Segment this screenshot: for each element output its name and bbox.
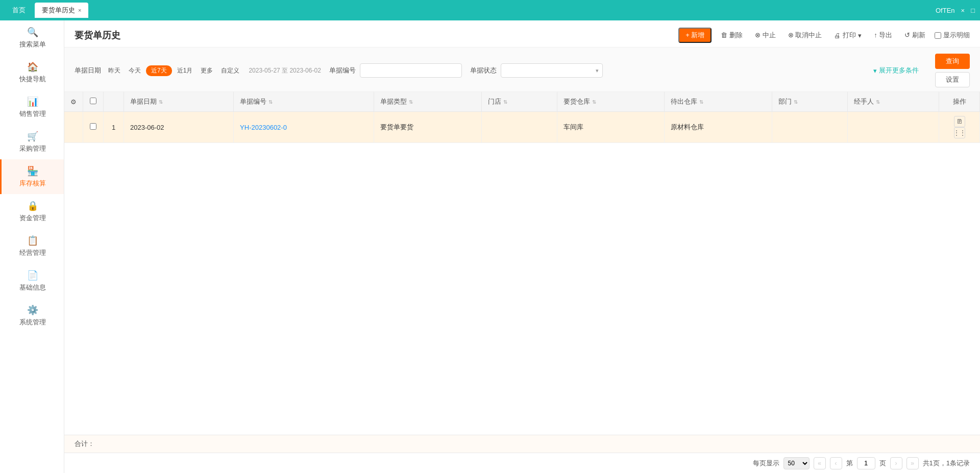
row-more-icon[interactable]: ⋮⋮ xyxy=(954,127,965,138)
content-area: 要货单历史 + 新增 🗑 删除 ⊗ 中止 ⊗ 取消中止 🖨 打印 ▾ ↑ 导出 … xyxy=(64,20,980,473)
col-num xyxy=(104,92,124,112)
basic-info-icon: 📄 xyxy=(27,270,38,281)
row-checkbox xyxy=(83,112,104,143)
row-date: 2023-06-02 xyxy=(124,112,234,143)
display-detail-checkbox[interactable] xyxy=(935,32,941,39)
inventory-calc-icon: 🏪 xyxy=(27,165,38,177)
date-filter-label: 单据日期 xyxy=(75,66,101,75)
col-type[interactable]: 单据类型⇅ xyxy=(374,92,482,112)
date-shortcut-today[interactable]: 今天 xyxy=(126,65,144,76)
stop-button[interactable]: ⊗ 中止 xyxy=(752,30,779,41)
refresh-button[interactable]: ↺ 刷新 xyxy=(901,30,928,41)
sidebar: 🔍 搜索菜单 🏠 快捷导航 📊 销售管理 🛒 采购管理 🏪 库存核算 🔒 资金管… xyxy=(0,20,64,473)
date-shortcut-more[interactable]: 更多 xyxy=(198,65,216,76)
print-icon: 🖨 xyxy=(834,32,841,39)
status-select[interactable] xyxy=(501,63,603,78)
row-dept xyxy=(772,112,848,143)
date-shortcuts: 昨天 今天 近7天 近1月 更多 自定义 xyxy=(105,65,242,76)
date-shortcut-1month[interactable]: 近1月 xyxy=(174,65,196,76)
status-label: 单据状态 xyxy=(470,66,497,75)
nav-minimize-btn[interactable]: □ xyxy=(971,7,975,14)
date-shortcut-7days[interactable]: 近7天 xyxy=(146,65,172,76)
row-num: 1 xyxy=(104,112,124,143)
sidebar-label-sales-mgmt: 销售管理 xyxy=(19,109,46,119)
sidebar-item-sales-mgmt[interactable]: 📊 销售管理 xyxy=(0,90,64,125)
display-detail-label: 显示明细 xyxy=(943,31,970,40)
row-view-icon[interactable]: 🖹 xyxy=(954,116,965,127)
sidebar-item-inventory-calc[interactable]: 🏪 库存核算 xyxy=(0,159,64,194)
print-label: 打印 xyxy=(843,31,856,40)
table-footer: 合计： xyxy=(64,435,980,453)
per-page-select[interactable]: 50 20 100 200 xyxy=(783,457,810,469)
last-page-btn[interactable]: » xyxy=(906,457,919,469)
date-shortcut-custom[interactable]: 自定义 xyxy=(218,65,242,76)
toolbar: + 新增 🗑 删除 ⊗ 中止 ⊗ 取消中止 🖨 打印 ▾ ↑ 导出 ↺ 刷新 显… xyxy=(678,28,970,43)
order-no-input[interactable] xyxy=(360,63,462,78)
filter-settings-button[interactable]: 设置 xyxy=(935,72,970,87)
col-dept[interactable]: 部门⇅ xyxy=(772,92,848,112)
delete-button[interactable]: 🗑 删除 xyxy=(718,30,746,41)
col-req-warehouse[interactable]: 要货仓库⇅ xyxy=(557,92,664,112)
sidebar-label-basic-info: 基础信息 xyxy=(19,283,46,292)
action-buttons: 查询 设置 xyxy=(935,54,970,87)
sidebar-item-quick-nav[interactable]: 🏠 快捷导航 xyxy=(0,55,64,90)
row-type: 要货单要货 xyxy=(374,112,482,143)
sidebar-label-system-mgmt: 系统管理 xyxy=(19,318,46,327)
sidebar-label-purchase-mgmt: 采购管理 xyxy=(19,144,46,153)
date-shortcut-yesterday[interactable]: 昨天 xyxy=(105,65,124,76)
table-container: ⚙ 单据日期⇅ 单据编号⇅ 单据类型⇅ 门店⇅ 要货仓库⇅ 待出仓库⇅ 部门⇅ … xyxy=(64,92,980,435)
top-nav-right: OfTEn × □ xyxy=(936,7,975,14)
sidebar-item-search-menu[interactable]: 🔍 搜索菜单 xyxy=(0,20,64,55)
sidebar-label-search-menu: 搜索菜单 xyxy=(19,40,46,49)
page-title: 要货单历史 xyxy=(75,29,120,41)
next-page-btn[interactable]: › xyxy=(890,457,902,469)
col-store[interactable]: 门店⇅ xyxy=(482,92,557,112)
search-menu-icon: 🔍 xyxy=(27,27,38,38)
sidebar-label-finance-mgmt: 资金管理 xyxy=(19,214,46,223)
row-req-warehouse: 车间库 xyxy=(557,112,664,143)
expand-more-icon: ▾ xyxy=(873,67,877,75)
export-button[interactable]: ↑ 导出 xyxy=(871,30,895,41)
nav-close-btn[interactable]: × xyxy=(961,7,965,14)
order-no-label: 单据编号 xyxy=(329,66,356,75)
tab-history[interactable]: 要货单历史 × xyxy=(35,3,88,18)
select-all-checkbox[interactable] xyxy=(90,98,96,104)
date-range-display: 2023-05-27 至 2023-06-02 xyxy=(249,66,321,75)
row-no-link[interactable]: YH-20230602-0 xyxy=(240,124,287,131)
top-nav: 首页 要货单历史 × OfTEn × □ xyxy=(0,0,980,20)
display-detail-toggle[interactable]: 显示明细 xyxy=(935,31,970,40)
row-select-checkbox[interactable] xyxy=(90,123,96,130)
row-ops: 🖹 ⋮⋮ xyxy=(939,112,980,143)
finance-mgmt-icon: 🔒 xyxy=(27,200,38,211)
expand-more-btn[interactable]: ▾ 展开更多条件 xyxy=(873,66,919,75)
cancel-stop-button[interactable]: ⊗ 取消中止 xyxy=(785,30,825,41)
page-input[interactable] xyxy=(857,457,875,469)
col-no[interactable]: 单据编号⇅ xyxy=(234,92,374,112)
col-date[interactable]: 单据日期⇅ xyxy=(124,92,234,112)
print-button[interactable]: 🖨 打印 ▾ xyxy=(831,30,865,41)
per-page-label: 每页显示 xyxy=(753,459,779,468)
sidebar-item-finance-mgmt[interactable]: 🔒 资金管理 xyxy=(0,194,64,229)
new-button[interactable]: + 新增 xyxy=(678,28,712,43)
data-table: ⚙ 单据日期⇅ 单据编号⇅ 单据类型⇅ 门店⇅ 要货仓库⇅ 待出仓库⇅ 部门⇅ … xyxy=(64,92,980,143)
brand-label: OfTEn xyxy=(936,7,955,14)
status-filter-group: 单据状态 xyxy=(470,63,603,78)
table-row: 1 2023-06-02 YH-20230602-0 要货单要货 车间库 原材料… xyxy=(64,112,980,143)
total-info: 共1页，1条记录 xyxy=(923,459,970,468)
prev-page-btn[interactable]: ‹ xyxy=(830,457,842,469)
query-button[interactable]: 查询 xyxy=(935,54,970,69)
tab-home-label: 首页 xyxy=(12,6,26,15)
sidebar-item-purchase-mgmt[interactable]: 🛒 采购管理 xyxy=(0,125,64,159)
col-settings[interactable]: ⚙ xyxy=(64,92,83,112)
first-page-btn[interactable]: « xyxy=(814,457,826,469)
col-pending-warehouse[interactable]: 待出仓库⇅ xyxy=(664,92,772,112)
page-suffix: 页 xyxy=(879,459,886,468)
tab-home[interactable]: 首页 xyxy=(5,3,33,18)
sidebar-item-basic-info[interactable]: 📄 基础信息 xyxy=(0,264,64,298)
sidebar-item-system-mgmt[interactable]: ⚙️ 系统管理 xyxy=(0,298,64,333)
filter-row-1: 单据日期 昨天 今天 近7天 近1月 更多 自定义 2023-05-27 至 2… xyxy=(75,54,970,87)
col-handler[interactable]: 经手人⇅ xyxy=(848,92,939,112)
sidebar-item-operations-mgmt[interactable]: 📋 经营管理 xyxy=(0,229,64,264)
tab-close-icon[interactable]: × xyxy=(78,7,81,13)
print-dropdown-icon: ▾ xyxy=(858,32,862,39)
